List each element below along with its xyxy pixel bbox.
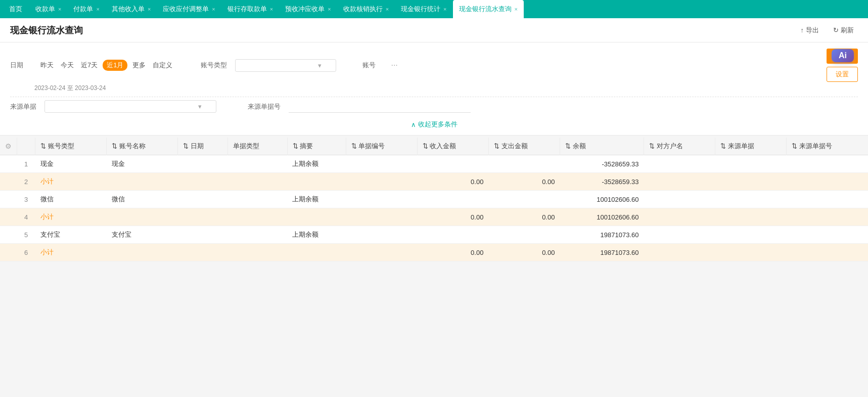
close-tab-3-icon[interactable]: × bbox=[212, 6, 215, 12]
nav-tab-2[interactable]: 其他收入单 × bbox=[106, 0, 157, 18]
table-row: 5支付宝支付宝上期余额19871073.60 bbox=[0, 226, 868, 244]
source-doc-select[interactable]: ▾ bbox=[44, 100, 216, 113]
table-row: 2小计0.000.00-3528659.33 bbox=[0, 173, 868, 191]
close-tab-7-icon[interactable]: × bbox=[443, 6, 446, 12]
shortcut-today[interactable]: 今天 bbox=[59, 60, 76, 71]
col-source-doc-num: ⇅ 来源单据号 bbox=[787, 138, 868, 155]
source-doc-dropdown-icon: ▾ bbox=[198, 103, 202, 110]
collapse-label: 收起更多条件 bbox=[418, 120, 458, 129]
col-account-type: ⇅ 账号类型 bbox=[35, 138, 107, 155]
data-table: ⚙ ⇅ 账号类型 ⇅ 账号名称 ⇅ 日期 单据类型 ⇅ 摘要 bbox=[0, 138, 868, 261]
date-shortcuts: 昨天 今天 近7天 近1月 更多 自定义 bbox=[38, 60, 174, 71]
date-label: 日期 bbox=[10, 61, 30, 70]
nav-tab-7[interactable]: 现金银行统计 × bbox=[395, 0, 452, 18]
header-actions: ↑ 导出 ↻ 刷新 bbox=[797, 24, 858, 37]
col-num bbox=[17, 138, 35, 155]
table-row: 3微信微信上期余额100102606.60 bbox=[0, 191, 868, 208]
filter-row-2: 来源单据 ▾ 来源单据号 bbox=[10, 100, 858, 113]
refresh-icon: ↻ bbox=[833, 26, 839, 34]
refresh-button[interactable]: ↻ 刷新 bbox=[829, 24, 858, 37]
source-doc-label: 来源单据 bbox=[10, 102, 36, 111]
account-type-label: 账号类型 bbox=[201, 61, 227, 70]
table-body: 1现金现金上期余额-3528659.332小计0.000.00-3528659.… bbox=[0, 155, 868, 261]
table-row: 6小计0.000.0019871073.60 bbox=[0, 244, 868, 261]
shortcut-yesterday[interactable]: 昨天 bbox=[38, 60, 56, 71]
filter-row-1: 日期 昨天 今天 近7天 近1月 更多 自定义 账号类型 ▾ 账号 ··· 查询… bbox=[10, 49, 858, 82]
export-button[interactable]: ↑ 导出 bbox=[797, 24, 824, 37]
ai-badge[interactable]: Ai bbox=[832, 49, 854, 62]
collapse-button[interactable]: ∧ 收起更多条件 bbox=[10, 118, 858, 131]
page-title: 现金银行流水查询 bbox=[10, 24, 83, 36]
date-range-display: 2023-02-24 至 2023-03-24 bbox=[34, 84, 106, 92]
page-header: 现金银行流水查询 ↑ 导出 ↻ 刷新 bbox=[0, 18, 868, 42]
col-balance: ⇅ 余额 bbox=[560, 138, 644, 155]
nav-tab-1[interactable]: 付款单 × bbox=[67, 0, 105, 18]
col-counterpart: ⇅ 对方户名 bbox=[644, 138, 715, 155]
nav-tab-6[interactable]: 收款核销执行 × bbox=[337, 0, 395, 18]
account-type-select[interactable]: ▾ bbox=[235, 59, 336, 72]
shortcut-more[interactable]: 更多 bbox=[130, 60, 148, 71]
table-container: ⚙ ⇅ 账号类型 ⇅ 账号名称 ⇅ 日期 单据类型 ⇅ 摘要 bbox=[0, 138, 868, 261]
col-source-doc: ⇅ 来源单据 bbox=[715, 138, 787, 155]
shortcut-1month[interactable]: 近1月 bbox=[103, 60, 127, 71]
nav-tab-4[interactable]: 银行存取款单 × bbox=[221, 0, 279, 18]
shortcut-7days[interactable]: 近7天 bbox=[79, 60, 100, 71]
col-settings: ⚙ bbox=[0, 138, 17, 155]
filter-divider bbox=[10, 97, 858, 97]
nav-tab-0[interactable]: 收款单 × bbox=[29, 0, 67, 18]
dropdown-icon: ▾ bbox=[318, 62, 322, 69]
settings-button[interactable]: 设置 bbox=[827, 67, 858, 82]
nav-tab-5[interactable]: 预收冲应收单 × bbox=[279, 0, 337, 18]
nav-tab-8[interactable]: 现金银行流水查询 × bbox=[453, 0, 524, 18]
shortcut-custom[interactable]: 自定义 bbox=[151, 60, 174, 71]
column-settings-icon[interactable]: ⚙ bbox=[5, 142, 12, 150]
close-tab-2-icon[interactable]: × bbox=[148, 6, 151, 12]
col-summary: ⇅ 摘要 bbox=[287, 138, 346, 155]
filter-area: 日期 昨天 今天 近7天 近1月 更多 自定义 账号类型 ▾ 账号 ··· 查询… bbox=[0, 42, 868, 136]
close-tab-8-icon[interactable]: × bbox=[515, 6, 518, 12]
collapse-icon: ∧ bbox=[411, 121, 416, 128]
table-row: 4小计0.000.00100102606.60 bbox=[0, 208, 868, 226]
col-account-name: ⇅ 账号名称 bbox=[107, 138, 178, 155]
col-income: ⇅ 收入金额 bbox=[417, 138, 488, 155]
close-tab-1-icon[interactable]: × bbox=[96, 6, 99, 12]
col-date: ⇅ 日期 bbox=[178, 138, 228, 155]
account-label: 账号 bbox=[362, 61, 383, 70]
nav-tab-3[interactable]: 应收应付调整单 × bbox=[157, 0, 221, 18]
col-doc-num: ⇅ 单据编号 bbox=[346, 138, 417, 155]
close-tab-5-icon[interactable]: × bbox=[328, 6, 331, 12]
close-tab-0-icon[interactable]: × bbox=[58, 6, 61, 12]
table-header-row: ⚙ ⇅ 账号类型 ⇅ 账号名称 ⇅ 日期 单据类型 ⇅ 摘要 bbox=[0, 138, 868, 155]
nav-home[interactable]: 首页 bbox=[2, 0, 29, 18]
close-tab-6-icon[interactable]: × bbox=[386, 6, 389, 12]
col-expense: ⇅ 支出金额 bbox=[488, 138, 560, 155]
export-icon: ↑ bbox=[801, 26, 804, 34]
top-nav: 首页 收款单 × 付款单 × 其他收入单 × 应收应付调整单 × 银行存取款单 … bbox=[0, 0, 868, 18]
source-doc-num-input[interactable] bbox=[289, 101, 471, 113]
table-row: 1现金现金上期余额-3528659.33 bbox=[0, 155, 868, 173]
account-more-icon[interactable]: ··· bbox=[391, 61, 397, 70]
source-doc-num-label: 来源单据号 bbox=[248, 102, 281, 111]
col-doc-type: 单据类型 bbox=[228, 138, 288, 155]
close-tab-4-icon[interactable]: × bbox=[270, 6, 273, 12]
